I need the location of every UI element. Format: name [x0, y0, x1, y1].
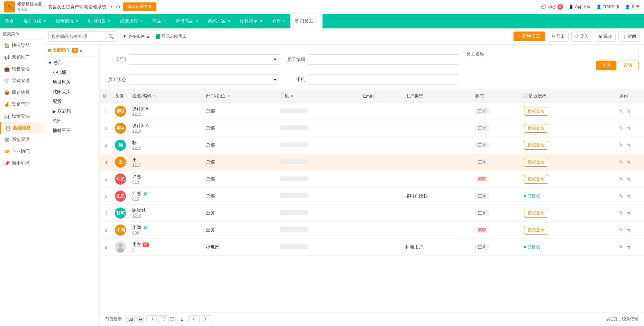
sidebar-item-collab[interactable]: 🤝 企业协同 [0, 146, 44, 157]
dept-collapse-icon[interactable]: » [80, 48, 82, 53]
dept-node-chashuwang[interactable]: 插树王三 [44, 126, 99, 135]
delete-icon[interactable]: 🗑 [626, 193, 631, 199]
nav-close-goods[interactable]: × [163, 19, 166, 24]
edit-icon[interactable]: ✎ [619, 210, 623, 216]
sidebar-item-nav[interactable]: 🏠 快捷导航 [0, 39, 44, 51]
nav-item-customer[interactable]: 客户联络× [19, 14, 51, 28]
edit-icon[interactable]: ✎ [619, 244, 623, 250]
nav-item-warehouse[interactable]: 仓库× [267, 14, 290, 28]
sidebar-item-marketing[interactable]: 📢 营销推广 [0, 51, 44, 63]
phone-sort-icon[interactable]: ⇅ [291, 94, 293, 98]
dept-node-headquarters[interactable]: 总部 [44, 116, 99, 126]
app-download-button[interactable]: 📱 App下载 [569, 4, 591, 10]
auth-login-button[interactable]: 授权登录 [524, 209, 548, 218]
dept-node-shuanglu[interactable]: ▶ 双鹿想 [44, 106, 99, 116]
nav-item-profit[interactable]: 利润报告× [83, 14, 115, 28]
nav-item-material[interactable]: 物料清单× [235, 14, 267, 28]
user-menu-button[interactable]: 👤 用友 [625, 4, 640, 10]
nav-close-dept[interactable]: × [315, 19, 318, 24]
nav-item-goods[interactable]: 商品× [147, 14, 171, 28]
emp-name-input[interactable] [487, 49, 638, 59]
system-title-dropdown-icon[interactable]: ▼ [110, 5, 113, 9]
auth-login-button[interactable]: 授权登录 [524, 226, 548, 235]
query-button[interactable]: 查询 [596, 61, 616, 70]
dept-node-distribution[interactable]: 配货 [44, 97, 99, 106]
sidebar-item-guide[interactable]: 📌 新手引导 [0, 157, 44, 169]
sidebar-item-system[interactable]: ⚙️ 系统管理 [0, 134, 44, 146]
auth-login-button[interactable]: 授权登录 [524, 107, 548, 116]
delete-icon[interactable]: 🗑 [626, 108, 631, 114]
next-page-button[interactable]: 〉 [189, 315, 200, 323]
edit-icon[interactable]: ✎ [619, 142, 623, 148]
page-number-input[interactable] [175, 316, 188, 323]
dept-node-small-elec[interactable]: 小电部 [44, 68, 99, 77]
show-resigned-checkbox[interactable] [156, 34, 160, 39]
nav-item-operation[interactable]: 经营情况× [51, 14, 83, 28]
delete-icon[interactable]: 🗑 [626, 227, 631, 233]
dept-node-shenyang[interactable]: 沈阳大库 [44, 87, 99, 97]
reset-button[interactable]: 设置 [618, 61, 638, 70]
export-button[interactable]: ↻ 导出 [548, 32, 569, 42]
auth-login-button[interactable]: 授权登录 [524, 124, 548, 133]
auth-login-button[interactable]: 授权登录 [524, 158, 548, 167]
auth-login-button[interactable]: 授权登录 [524, 175, 548, 184]
nav-item-history[interactable]: 经营历程× [115, 14, 147, 28]
auth-login-button[interactable]: 授权登录 [524, 141, 548, 150]
show-resigned-checkbox-label[interactable]: 显示离职员工 [156, 34, 187, 39]
edit-icon[interactable]: ✎ [619, 108, 623, 114]
dept-sort-icon[interactable]: ⇅ [227, 94, 230, 98]
online-service-button[interactable]: 👤 在线客服 [596, 4, 619, 10]
nav-close-history[interactable]: × [140, 19, 143, 24]
sidebar-item-sales[interactable]: 💼 销售管理 [0, 63, 44, 75]
prev-page-button[interactable]: 〈 [158, 315, 169, 323]
nav-close-warehouse[interactable]: × [283, 19, 285, 24]
sidebar-item-finance[interactable]: 💰 资金管理 [0, 98, 44, 110]
nav-close-material[interactable]: × [260, 19, 262, 24]
nav-close-profit[interactable]: × [108, 19, 110, 24]
emp-status-select[interactable]: ▼ [129, 74, 280, 85]
delete-icon[interactable]: 🗑 [626, 244, 631, 250]
sidebar-item-basic-info[interactable]: 📋 基础信息 [0, 122, 44, 134]
nav-close-operation[interactable]: × [76, 19, 78, 24]
emp-code-input[interactable] [308, 54, 460, 65]
add-employee-button[interactable]: + 新增员工 [514, 32, 545, 41]
name-sort-icon[interactable]: ⇅ [153, 94, 156, 98]
delete-icon[interactable]: 🗑 [626, 125, 631, 131]
edit-icon[interactable]: ✎ [619, 125, 623, 131]
dept-node-project-room[interactable]: 项目库房 [44, 77, 99, 87]
nav-item-dept[interactable]: 部门员工× [290, 14, 323, 28]
trial-button[interactable]: 体验行业方案 [123, 2, 156, 11]
edit-icon[interactable]: ✎ [619, 227, 623, 233]
nav-close-barcode[interactable]: × [228, 19, 230, 24]
delete-icon[interactable]: 🗑 [626, 176, 631, 182]
sidebar-search-input[interactable] [3, 32, 44, 36]
nav-close-new-goods[interactable]: × [196, 19, 198, 24]
more-filter-button[interactable]: ▼ 更多条件 ▲ [120, 32, 153, 41]
nav-item-barcode[interactable]: 条码方案× [203, 14, 235, 28]
nav-item-home[interactable]: 首页 [0, 14, 19, 28]
col-phone[interactable]: 手机 ⇅ [277, 89, 360, 103]
import-button[interactable]: ↺ 导入 [571, 32, 592, 42]
dept-edit-icon[interactable]: ✎ [72, 48, 78, 53]
sidebar-item-purchase[interactable]: 🛒 采购管理 [0, 75, 44, 87]
edit-icon[interactable]: ✎ [619, 193, 623, 199]
phone-input[interactable] [308, 74, 460, 85]
dept-node-root[interactable]: ▼ 总部 [44, 58, 99, 68]
first-page-button[interactable]: 《 [146, 315, 157, 323]
col-name[interactable]: 姓名/编码 ⇅ [129, 89, 203, 103]
sidebar-item-operation-mgmt[interactable]: 📊 经营管理 [0, 110, 44, 122]
last-page-button[interactable]: 》 [201, 315, 211, 323]
sidebar-item-inventory[interactable]: 📦 库存核算 [0, 87, 44, 98]
col-gear[interactable]: ⚙ [100, 89, 112, 103]
nav-item-new-goods[interactable]: 新增商品× [171, 14, 203, 28]
settings-icon[interactable]: ⚙ [116, 4, 120, 10]
messages-button[interactable]: 💬 消息 6 [541, 4, 563, 10]
help-button[interactable]: ｜ 帮助 [618, 32, 640, 42]
page-size-select[interactable]: 50 100 [125, 316, 144, 323]
dept-filter-select[interactable]: ▼ [129, 54, 280, 65]
col-dept[interactable]: 部门/职位 ⇅ [203, 89, 277, 103]
search-input[interactable] [52, 34, 107, 39]
delete-icon[interactable]: 🗑 [626, 159, 631, 165]
edit-icon[interactable]: ✎ [619, 176, 623, 182]
edit-icon[interactable]: ✎ [619, 159, 623, 165]
